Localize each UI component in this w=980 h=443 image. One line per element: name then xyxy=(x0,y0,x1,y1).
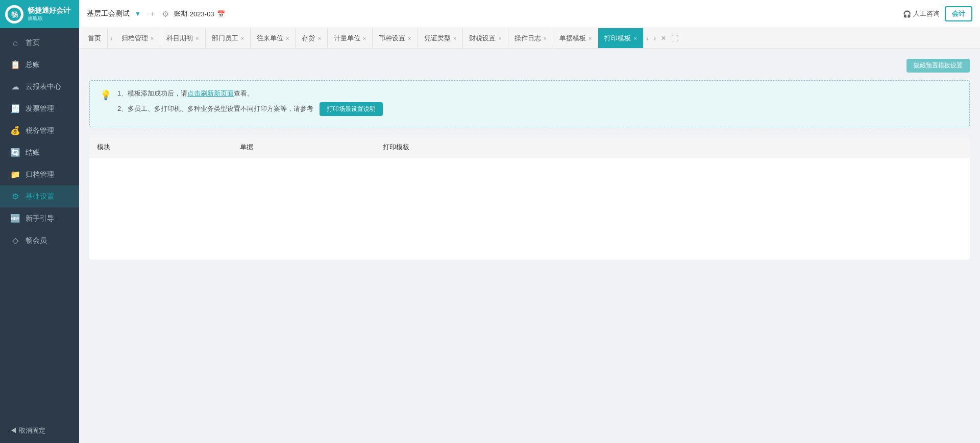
tab-archive[interactable]: 归档管理× xyxy=(115,28,160,48)
tab-label-currency: 币种设置 xyxy=(379,34,405,43)
logo-text: 畅捷通好会计 旗舰版 xyxy=(28,6,70,22)
unpin-label: ◀ 取消固定 xyxy=(10,426,45,435)
sidebar-logo: 畅 畅捷通好会计 旗舰版 xyxy=(0,0,79,28)
nav-icon-reports: ☁ xyxy=(10,82,20,91)
tab-unit[interactable]: 计量单位× xyxy=(328,28,373,48)
tab-voucher[interactable]: 凭证类型× xyxy=(418,28,463,48)
company-dropdown[interactable]: ▼ xyxy=(135,10,141,17)
sidebar-item-invoice[interactable]: 🧾 发票管理 xyxy=(0,98,79,120)
add-button[interactable]: ＋ xyxy=(149,9,157,19)
tab-label-inventory: 存货 xyxy=(302,34,315,43)
tab-currency[interactable]: 币种设置× xyxy=(373,28,418,48)
tab-oplog[interactable]: 操作日志× xyxy=(508,28,553,48)
nav-icon-tax: 💰 xyxy=(10,126,20,135)
home-label: 首页 xyxy=(88,34,101,43)
tab-nav-next[interactable]: › xyxy=(651,34,659,42)
tab-inventory[interactable]: 存货× xyxy=(296,28,327,48)
tab-close-archive[interactable]: × xyxy=(151,35,154,41)
tab-label-oplog: 操作日志 xyxy=(514,34,541,43)
info-line2-prefix: 2、多员工、多打印机、多种业务类型设置不同打印方案等，请参考 xyxy=(117,105,313,112)
sidebar-item-member[interactable]: ◇ 畅会员 xyxy=(0,229,79,251)
tab-close-inventory[interactable]: × xyxy=(317,35,321,41)
tab-close-subject[interactable]: × xyxy=(195,35,199,41)
tab-label-template: 单据模板 xyxy=(559,34,586,43)
tab-label-subject: 科目期初 xyxy=(166,34,193,43)
hide-preview-button[interactable]: 隐藏预置模板设置 xyxy=(906,59,970,73)
tab-department[interactable]: 部门员工× xyxy=(206,28,251,48)
tab-label-supplier: 往来单位 xyxy=(257,34,283,43)
info-box: 💡 1、模板添加成功后，请点击刷新新页面查看。 2、多员工、多打印机、多种业务类… xyxy=(89,80,970,127)
settings-icon[interactable]: ⚙ xyxy=(162,9,169,19)
bulb-icon: 💡 xyxy=(100,89,111,119)
print-template-table: 模块 单据 打印模板 xyxy=(89,137,970,260)
nav-icon-member: ◇ xyxy=(10,236,20,245)
tab-supplier[interactable]: 往来单位× xyxy=(251,28,296,48)
tab-printtemplate[interactable]: 打印模板× xyxy=(598,28,643,48)
nav-label-tax: 税务管理 xyxy=(26,126,54,135)
nav-label-archive: 归档管理 xyxy=(26,170,54,179)
tabbar: 首页‹归档管理×科目期初×部门员工×往来单位×存货×计量单位×币种设置×凭证类型… xyxy=(79,28,980,49)
tab-template[interactable]: 单据模板× xyxy=(553,28,598,48)
tab-close-taxsettings[interactable]: × xyxy=(498,35,501,41)
sidebar-item-ledger[interactable]: 📋 总账 xyxy=(0,54,79,76)
nav-label-checkout: 结账 xyxy=(26,148,40,157)
sidebar-item-checkout[interactable]: 🔄 结账 xyxy=(0,142,79,164)
tab-nav-back[interactable]: ‹ xyxy=(108,34,115,42)
tab-close-supplier[interactable]: × xyxy=(286,35,289,41)
nav-label-reports: 云报表中心 xyxy=(26,82,61,91)
sidebar-item-archive[interactable]: 📁 归档管理 xyxy=(0,164,79,185)
tab-label-taxsettings: 财税设置 xyxy=(469,34,496,43)
content-area: 隐藏预置模板设置 💡 1、模板添加成功后，请点击刷新新页面查看。 2、多员工、多… xyxy=(79,49,980,443)
refresh-link[interactable]: 点击刷新新页面 xyxy=(187,89,234,97)
tab-close-printtemplate[interactable]: × xyxy=(633,35,636,41)
tab-label-voucher: 凭证类型 xyxy=(424,34,451,43)
tab-expand[interactable]: ⛶ xyxy=(669,34,681,42)
tab-close-all[interactable]: × xyxy=(658,34,668,43)
calendar-icon[interactable]: 📅 xyxy=(217,10,225,18)
tab-close-template[interactable]: × xyxy=(589,35,592,41)
tab-subject[interactable]: 科目期初× xyxy=(160,28,205,48)
tab-close-voucher[interactable]: × xyxy=(453,35,456,41)
sidebar-item-reports[interactable]: ☁ 云报表中心 xyxy=(0,76,79,98)
tab-label-unit: 计量单位 xyxy=(334,34,360,43)
unpin-button[interactable]: ◀ 取消固定 xyxy=(0,418,79,443)
sidebar-item-home[interactable]: ⌂ 首页 xyxy=(0,32,79,54)
service-button[interactable]: 🎧 人工咨询 xyxy=(903,9,940,18)
info-line1-prefix: 1、模板添加成功后，请 xyxy=(117,89,187,97)
info-line-2: 2、多员工、多打印机、多种业务类型设置不同打印方案等，请参考 打印场景设置说明 xyxy=(117,102,959,116)
tab-close-department[interactable]: × xyxy=(241,35,244,41)
nav-label-ledger: 总账 xyxy=(26,60,40,69)
tab-label-department: 部门员工 xyxy=(212,34,238,43)
nav-icon-settings: ⚙ xyxy=(10,192,20,201)
nav-label-member: 畅会员 xyxy=(26,236,47,245)
tab-close-currency[interactable]: × xyxy=(408,35,411,41)
sidebar-item-guide[interactable]: 🆕 新手引导 xyxy=(0,207,79,229)
info-content: 1、模板添加成功后，请点击刷新新页面查看。 2、多员工、多打印机、多种业务类型设… xyxy=(117,88,959,119)
topbar-right: 🎧 人工咨询 会计 xyxy=(903,6,972,21)
nav-label-home: 首页 xyxy=(26,38,40,48)
nav-icon-checkout: 🔄 xyxy=(10,148,20,157)
sidebar-item-tax[interactable]: 💰 税务管理 xyxy=(0,120,79,142)
tab-nav-prev[interactable]: ‹ xyxy=(644,34,651,42)
nav-icon-archive: 📁 xyxy=(10,170,20,179)
service-label: 人工咨询 xyxy=(913,9,940,18)
account-button[interactable]: 会计 xyxy=(945,6,972,21)
print-scene-button[interactable]: 打印场景设置说明 xyxy=(320,102,383,116)
tab-taxsettings[interactable]: 财税设置× xyxy=(463,28,508,48)
info-line1-suffix: 查看。 xyxy=(234,89,254,97)
sidebar-item-settings[interactable]: ⚙ 基础设置 xyxy=(0,185,79,207)
tab-close-unit[interactable]: × xyxy=(363,35,366,41)
company-name: 基层工会测试 xyxy=(87,9,130,18)
svg-text:畅: 畅 xyxy=(11,11,18,18)
logo-icon: 畅 xyxy=(5,5,23,24)
tab-close-oplog[interactable]: × xyxy=(544,35,547,41)
tab-label-archive: 归档管理 xyxy=(121,34,148,43)
col-module: 模块 xyxy=(97,143,240,152)
tab-home[interactable]: 首页 xyxy=(82,28,108,48)
nav-label-guide: 新手引导 xyxy=(26,214,54,223)
col-template: 打印模板 xyxy=(383,143,962,152)
nav-label-settings: 基础设置 xyxy=(26,192,54,201)
tab-label-printtemplate: 打印模板 xyxy=(604,34,631,43)
headset-icon: 🎧 xyxy=(903,10,911,18)
info-line-1: 1、模板添加成功后，请点击刷新新页面查看。 xyxy=(117,88,959,99)
